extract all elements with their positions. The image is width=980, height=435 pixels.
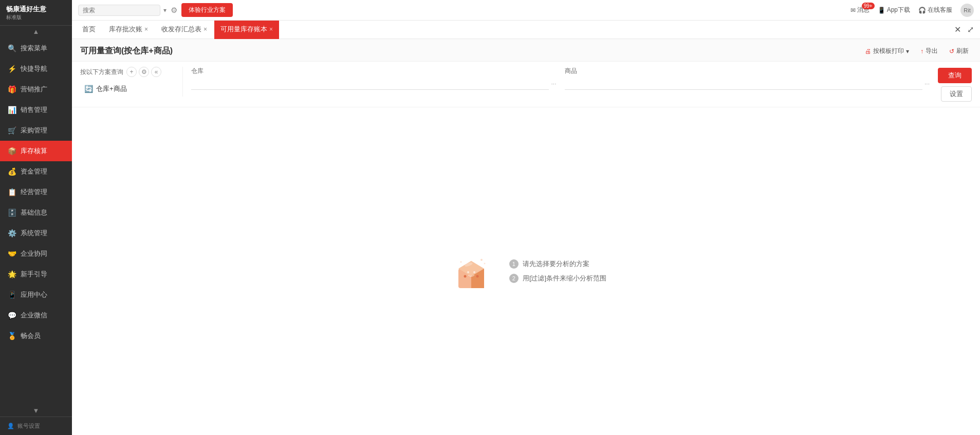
main-area: ▾ ⚙ 体验行业方案 ✉ 消息 99+ 📱 App下载 🎧 在线客服 Rit [72,0,980,435]
sidebar-item-marketing[interactable]: 🎁营销推广 [0,79,72,100]
sidebar-item-label: 营销推广 [21,85,47,94]
schema-settings-btn[interactable]: ⚙ [139,67,149,77]
sidebar-item-shortcut[interactable]: ⚡快捷导航 [0,59,72,79]
appstore-icon: 📱 [7,291,16,299]
member-icon: 🏅 [7,332,16,340]
sidebar-item-inventory[interactable]: 📦库存核算 [0,141,72,161]
goods-more-btn[interactable]: ··· [924,80,930,87]
sidebar-menu: 🔍搜索菜单⚡快捷导航🎁营销推广📊销售管理🛒采购管理📦库存核算💰资金管理📋经营管理… [0,38,72,404]
finance-icon: 💰 [7,167,16,176]
tab-close-summary[interactable]: × [204,26,207,33]
sidebar-item-sales[interactable]: 📊销售管理 [0,100,72,120]
sidebar-item-operations[interactable]: 📋经营管理 [0,182,72,202]
avatar[interactable]: Rit [960,4,974,17]
newbie-icon: 🌟 [7,270,16,278]
top-bar-right: ✉ 消息 99+ 📱 App下载 🎧 在线客服 Rit [850,4,974,17]
page-content: 可用量查询(按仓库+商品) 🖨 按模板打印 ▾ ↑ 导出 ↺ 刷新 [72,39,980,435]
collapse-btn[interactable]: « [151,67,161,77]
tab-available[interactable]: 可用量库存账本× [214,21,279,39]
tab-home[interactable]: 首页 [76,21,102,39]
goods-input[interactable] [565,78,922,90]
sidebar-item-purchase[interactable]: 🛒采购管理 [0,120,72,141]
online-service-link[interactable]: 🎧 在线客服 [918,6,952,14]
industry-btn[interactable]: 体验行业方案 [181,3,233,17]
tab-label-home: 首页 [82,25,96,34]
refresh-label: 刷新 [956,47,969,55]
sidebar-footer-text: 账号设置 [17,422,40,430]
empty-illustration [446,245,497,297]
enterprise-icon: 🤝 [7,250,16,258]
goods-input-row: ··· [565,78,930,90]
tab-summary[interactable]: 收发存汇总表× [155,21,213,39]
app-download-link[interactable]: 📱 App下载 [878,6,910,14]
sidebar-item-basic[interactable]: 🗄️基础信息 [0,202,72,223]
export-icon: ↑ [920,48,923,55]
sidebar-item-appstore[interactable]: 📱应用中心 [0,285,72,305]
sidebar-item-system[interactable]: ⚙️系统管理 [0,223,72,243]
app-label: App下载 [887,6,910,14]
wechat-icon: 💬 [7,311,16,319]
sales-icon: 📊 [7,106,16,114]
tip-num-1: 1 [509,259,519,269]
svg-point-10 [460,261,461,263]
sidebar-item-wechat[interactable]: 💬企业微信 [0,305,72,326]
sidebar-item-search[interactable]: 🔍搜索菜单 [0,38,72,59]
add-schema-btn[interactable]: + [126,67,137,77]
close-tab-btn[interactable]: ✕ [952,23,963,36]
tab-container: 首页库存批次账×收发存汇总表×可用量库存账本× [76,21,951,39]
print-dropdown-icon[interactable]: ▾ [906,48,909,55]
sidebar-item-newbie[interactable]: 🌟新手引导 [0,264,72,285]
export-btn[interactable]: ↑ 导出 [917,45,941,57]
message-icon: ✉ [850,7,856,14]
message-link[interactable]: ✉ 消息 99+ [850,6,870,14]
service-label: 在线客服 [928,6,952,14]
tab-close-batch[interactable]: × [144,26,148,33]
dropdown-arrow[interactable]: ▾ [163,7,167,14]
tab-close-available[interactable]: × [269,26,273,33]
sidebar-item-finance[interactable]: 💰资金管理 [0,161,72,182]
filter-actions-right: 查询 设置 [938,67,972,102]
message-badge: 99+ [862,3,875,9]
sidebar-item-label: 资金管理 [21,167,47,176]
basic-icon: 🗄️ [7,209,16,217]
user-icon: 👤 [7,423,14,429]
sidebar-scroll-down[interactable]: ▼ [0,404,72,417]
empty-tip-2: 2 用[过滤]条件来缩小分析范围 [509,274,606,283]
page-title: 可用量查询(按仓库+商品) [80,46,173,56]
filter-field-warehouse: 仓库 ··· [191,67,557,90]
query-btn[interactable]: 查询 [938,68,972,83]
sidebar-item-label: 采购管理 [21,126,47,135]
sidebar: 畅康通好生意 标准版 ▲ 🔍搜索菜单⚡快捷导航🎁营销推广📊销售管理🛒采购管理📦库… [0,0,72,435]
expand-btn[interactable]: ⤢ [965,23,976,36]
refresh-btn[interactable]: ↺ 刷新 [946,45,972,57]
sidebar-item-enterprise[interactable]: 🤝企业协同 [0,243,72,264]
tab-label-batch: 库存批次账 [109,25,142,34]
sidebar-item-label: 系统管理 [21,229,47,238]
filter-left: 按以下方案查询 + ⚙ « 🔄 仓库+商品 [80,67,183,97]
gear-icon[interactable]: ⚙ [170,5,178,16]
shortcut-icon: ⚡ [7,65,16,73]
search-input[interactable] [78,5,160,16]
tab-label-available: 可用量库存账本 [220,25,267,34]
sidebar-item-member[interactable]: 🏅畅会员 [0,326,72,346]
warehouse-input[interactable] [191,78,549,90]
svg-point-9 [484,263,485,264]
filter-field-goods: 商品 ··· [565,67,930,90]
search-icon: 🔍 [7,44,16,52]
warehouse-more-btn[interactable]: ··· [551,80,556,87]
sidebar-item-label: 新手引导 [21,270,47,279]
schema-item-warehouse-goods[interactable]: 🔄 仓库+商品 [80,81,176,97]
tab-batch[interactable]: 库存批次账× [103,21,154,39]
sidebar-scroll-up[interactable]: ▲ [0,26,72,38]
export-label: 导出 [926,47,938,55]
print-btn[interactable]: 🖨 按模板打印 ▾ [862,45,912,57]
sidebar-item-label: 畅会员 [21,331,41,341]
tip-text-1: 请先选择要分析的方案 [523,259,589,269]
settings-btn[interactable]: 设置 [941,86,972,102]
schema-item-label: 仓库+商品 [96,84,127,93]
svg-point-6 [467,271,469,273]
sidebar-footer[interactable]: 👤 账号设置 [0,417,72,435]
logo-title: 畅康通好生意 [6,5,66,14]
svg-point-5 [476,275,478,278]
svg-point-8 [480,259,483,261]
